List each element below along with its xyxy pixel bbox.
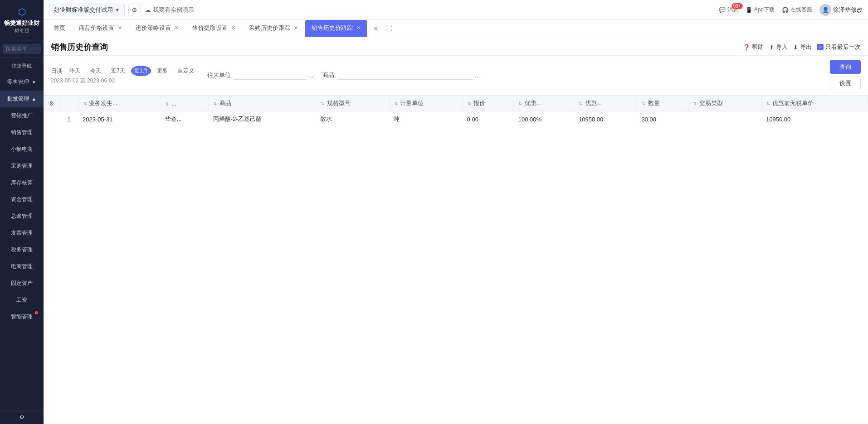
col-unit[interactable]: ⇅ 计量单位 xyxy=(389,96,463,111)
export-icon: ⬇ xyxy=(793,44,798,51)
demo-icon: ☁ xyxy=(145,6,151,14)
row-unit: 吨 xyxy=(389,111,463,127)
sidebar-settings-btn[interactable]: ⚙ xyxy=(0,410,44,424)
date-btn-today[interactable]: 今天 xyxy=(86,66,105,76)
col-spec-label: 规格型号 xyxy=(327,100,351,106)
table-row[interactable]: 1 2023-05-31 华查... 丙烯酸-2-乙基己酯 散水 吨 0.00 … xyxy=(44,111,868,127)
only-last-label: 只看最后一次 xyxy=(825,43,861,51)
sidebar-item-ledger[interactable]: 总账管理 xyxy=(0,208,44,225)
sort-icon-quantity: ⇅ xyxy=(642,101,645,106)
col-discount1[interactable]: ⇅ 优惠... xyxy=(514,96,574,111)
col-quantity-label: 数量 xyxy=(648,100,660,106)
row-more1: 华查... xyxy=(161,111,209,127)
tab-purchase-strategy-close[interactable]: ✕ xyxy=(175,25,179,31)
tab-sale-price-close[interactable]: ✕ xyxy=(231,25,235,31)
sidebar-item-payroll[interactable]: 工资 xyxy=(0,292,44,308)
import-icon: ⬆ xyxy=(769,44,774,51)
topbar-settings-btn[interactable]: ⚙ xyxy=(128,4,141,16)
user-area[interactable]: 👤 徐泽华修改 xyxy=(819,4,863,16)
sidebar-item-inventory[interactable]: 库存核算 xyxy=(0,174,44,191)
date-btn-1month[interactable]: 近1月 xyxy=(131,66,151,76)
message-btn[interactable]: 💬 消息 99+ xyxy=(719,6,738,14)
date-filter: 日期 昨天 今天 近7天 近1月 更多 自定义 2023-05-02 至 202… xyxy=(51,66,198,85)
from-unit-input[interactable] xyxy=(234,71,306,80)
sort-icon-spec: ⇅ xyxy=(321,101,324,106)
col-settings[interactable]: ⚙ xyxy=(44,96,60,111)
sort-icon-tax-price: ⇅ xyxy=(766,101,770,106)
settings-btn[interactable]: 设置 xyxy=(830,77,861,90)
sidebar-item-invoice[interactable]: 发票管理 xyxy=(0,225,44,241)
version-label: 好业财标准版交付试用 xyxy=(54,6,113,14)
date-btn-more[interactable]: 更多 xyxy=(153,66,172,76)
col-trade-type[interactable]: ⇅ 交易类型 xyxy=(688,96,762,111)
sort-icon-product: ⇅ xyxy=(213,101,217,106)
version-selector[interactable]: 好业财标准版交付试用 ▼ xyxy=(49,4,125,16)
demo-button[interactable]: ☁ 我要看实例演示 xyxy=(145,6,194,14)
product-input[interactable] xyxy=(337,71,473,80)
tab-sales-history-close[interactable]: ✕ xyxy=(356,25,361,31)
sidebar-item-tax[interactable]: 税务管理 xyxy=(0,241,44,258)
col-date-label: 业务发生... xyxy=(89,100,117,106)
tab-purchase-history-close[interactable]: ✕ xyxy=(294,25,298,31)
col-more1[interactable]: ⇅ ... xyxy=(161,96,209,111)
sales-label: 销售管理 xyxy=(11,129,33,135)
from-unit-filter: 往来单位 ... xyxy=(207,71,313,80)
sidebar-item-sales[interactable]: 销售管理 xyxy=(0,124,44,141)
app-sub: 标准版 xyxy=(4,27,40,34)
tab-purchase-history[interactable]: 采购历史价跟踪 ✕ xyxy=(243,20,304,37)
only-last-checkbox[interactable]: ✓ 只看最后一次 xyxy=(817,43,861,51)
col-tax-price[interactable]: ⇅ 优惠前无税单价 xyxy=(761,96,868,111)
close-window-btn[interactable]: ✕ xyxy=(371,24,380,33)
tab-purchase-strategy[interactable]: 进价策略设置 ✕ xyxy=(129,20,185,37)
sidebar-item-finance[interactable]: 资金管理 xyxy=(0,191,44,208)
help-label: 帮助 xyxy=(752,43,764,51)
sidebar-item-ecommerce[interactable]: 电商管理 xyxy=(0,258,44,275)
retail-label: 零售管理 xyxy=(7,79,29,85)
col-quantity[interactable]: ⇅ 数量 xyxy=(637,96,688,111)
col-price[interactable]: ⇅ 报价 xyxy=(463,96,514,111)
col-spec[interactable]: ⇅ 规格型号 xyxy=(316,96,389,111)
date-btn-7days[interactable]: 近7天 xyxy=(107,66,129,76)
date-btn-yesterday[interactable]: 昨天 xyxy=(65,66,84,76)
tab-sales-history[interactable]: 销售历史价跟踪 ✕ xyxy=(305,20,367,37)
online-service-btn[interactable]: 🎧 在线客服 xyxy=(782,6,812,14)
tab-home[interactable]: 首页 xyxy=(47,20,72,37)
demo-label: 我要看实例演示 xyxy=(153,6,194,14)
filter-bar: 日期 昨天 今天 近7天 近1月 更多 自定义 2023-05-02 至 202… xyxy=(44,56,868,95)
from-unit-dots-btn[interactable]: ... xyxy=(308,72,313,79)
tax-label: 税务管理 xyxy=(11,246,33,253)
sidebar-item-retail[interactable]: 零售管理 ▼ xyxy=(0,74,44,91)
sort-icon-discount2: ⇅ xyxy=(579,101,582,106)
sidebar-item-xiaochang[interactable]: 小畅电商 xyxy=(0,141,44,158)
page-header: 销售历史价查询 ❓ 帮助 ⬆ 导入 ⬇ 导出 ✓ 只看最后一次 xyxy=(44,37,868,56)
settings-icon: ⚙ xyxy=(49,100,54,107)
export-btn[interactable]: ⬇ 导出 xyxy=(793,43,812,51)
query-btn[interactable]: 查询 xyxy=(830,60,861,74)
tab-sale-price[interactable]: 售价提取设置 ✕ xyxy=(186,20,242,37)
product-filter: 商品 ... xyxy=(322,71,480,80)
sidebar-item-purchase[interactable]: 采购管理 xyxy=(0,158,44,174)
tab-price-settings-close[interactable]: ✕ xyxy=(118,25,122,31)
help-btn[interactable]: ❓ 帮助 xyxy=(743,43,764,51)
import-btn[interactable]: ⬆ 导入 xyxy=(769,43,788,51)
col-date[interactable]: ⇅ 业务发生... xyxy=(78,96,161,111)
page-title: 销售历史价查询 xyxy=(51,42,108,53)
col-discount2[interactable]: ⇅ 优惠... xyxy=(574,96,637,111)
sidebar-item-nav[interactable]: 快捷导航 xyxy=(0,58,44,74)
sidebar-item-marketing[interactable]: 营销推广 xyxy=(0,107,44,124)
col-product[interactable]: ⇅ 商品 xyxy=(209,96,316,111)
filter-action-btns: 查询 设置 xyxy=(830,60,861,90)
sidebar-item-ai[interactable]: 智能管理 xyxy=(0,308,44,325)
topbar: 好业财标准版交付试用 ▼ ⚙ ☁ 我要看实例演示 💬 消息 99+ 📱 App下… xyxy=(44,0,868,20)
maximize-btn[interactable]: ⛶ xyxy=(384,24,393,33)
tab-price-settings[interactable]: 商品价格设置 ✕ xyxy=(73,20,128,37)
app-download-btn[interactable]: 📱 App下载 xyxy=(746,6,775,14)
ecommerce-label: 电商管理 xyxy=(11,263,33,270)
search-input[interactable] xyxy=(3,44,41,54)
row-settings[interactable] xyxy=(44,111,60,127)
sidebar-item-wholesale[interactable]: 批发管理 ▲ xyxy=(0,91,44,107)
product-input-group: ... xyxy=(337,71,480,80)
sidebar-item-assets[interactable]: 固定资产 xyxy=(0,275,44,292)
date-btn-custom[interactable]: 自定义 xyxy=(174,66,198,76)
product-dots-btn[interactable]: ... xyxy=(475,72,480,79)
